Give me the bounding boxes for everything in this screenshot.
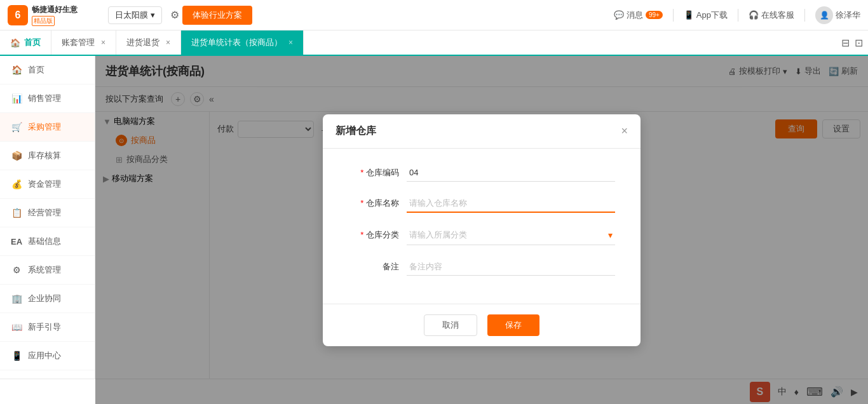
purchase-icon: 🛒	[10, 121, 23, 133]
sidebar-item-app-center[interactable]: 📱 应用中心	[0, 342, 95, 370]
modal-overlay: 新增仓库 × 仓库编码 仓库名称 仓库分类	[95, 56, 868, 404]
tab-purchase-return-label: 进货退货	[126, 37, 159, 48]
divider-1	[673, 9, 674, 22]
brand-name: 畅捷通好生意	[32, 4, 78, 15]
category-label: 仓库分类	[348, 229, 399, 241]
finance-icon: 💰	[10, 178, 23, 191]
form-row-remark: 备注	[348, 258, 615, 276]
sidebar: 🏠 首页 📊 销售管理 🛒 采购管理 📦 库存核算 💰 资金管理 📋 经营管理 …	[0, 56, 95, 404]
sidebar-guide-label: 新手引导	[28, 321, 61, 333]
app-download-tool[interactable]: 📱 App下载	[684, 10, 728, 21]
store-chevron-icon	[151, 10, 155, 20]
tab-account-close-icon[interactable]: ×	[101, 38, 105, 47]
sidebar-item-guide[interactable]: 📖 新手引导	[0, 313, 95, 342]
sidebar-operations-label: 经营管理	[28, 207, 61, 219]
sales-icon: 📊	[10, 92, 23, 105]
warehouse-category-select[interactable]: 请输入所属分类 ▾	[407, 226, 615, 245]
category-chevron-icon: ▾	[608, 230, 613, 240]
guide-icon: 📖	[10, 321, 23, 333]
inventory-icon: 📦	[10, 149, 23, 162]
sidebar-item-finance[interactable]: 💰 资金管理	[0, 170, 95, 199]
modal-footer: 取消 保存	[323, 304, 641, 346]
warehouse-code-input[interactable]	[407, 164, 615, 182]
category-placeholder: 请输入所属分类	[409, 229, 608, 241]
form-row-name: 仓库名称	[348, 194, 615, 213]
sidebar-item-enterprise[interactable]: 🏢 企业协同	[0, 285, 95, 313]
code-label: 仓库编码	[348, 167, 399, 178]
form-row-category: 仓库分类 请输入所属分类 ▾	[348, 226, 615, 245]
save-button[interactable]: 保存	[487, 314, 539, 336]
headset-icon: 🎧	[749, 10, 759, 20]
sidebar-sales-label: 销售管理	[28, 93, 61, 104]
modal-title: 新增仓库	[336, 125, 376, 138]
mobile-icon: 📱	[684, 10, 694, 20]
message-icon: 💬	[614, 10, 624, 20]
sidebar-purchase-label: 采购管理	[28, 121, 61, 133]
service-label: 在线客服	[761, 10, 794, 21]
tab-minimize-icon[interactable]: ⊟	[841, 37, 850, 49]
tab-purchase-stats[interactable]: 进货单统计表（按商品） ×	[181, 30, 304, 55]
tab-purchase-return-close-icon[interactable]: ×	[166, 38, 170, 47]
remark-label: 备注	[348, 261, 399, 273]
tab-expand-icon[interactable]: ⊡	[855, 37, 863, 49]
main-layout: 🏠 首页 📊 销售管理 🛒 采购管理 📦 库存核算 💰 资金管理 📋 经营管理 …	[0, 56, 868, 404]
modal-header: 新增仓库 ×	[323, 114, 641, 149]
cancel-button[interactable]: 取消	[424, 314, 477, 336]
sidebar-item-operations[interactable]: 📋 经营管理	[0, 199, 95, 227]
store-selector[interactable]: 日太阳膜	[108, 6, 162, 24]
tab-purchase-stats-close-icon[interactable]: ×	[288, 38, 293, 47]
sidebar-item-sales[interactable]: 📊 销售管理	[0, 84, 95, 113]
message-label: 消息	[627, 10, 643, 21]
remark-input[interactable]	[407, 258, 615, 276]
settings-icon[interactable]: ⚙	[167, 8, 182, 23]
service-tool[interactable]: 🎧 在线客服	[749, 10, 794, 21]
sidebar-home-label: 首页	[28, 64, 44, 76]
sidebar-basic-info-label: 基础信息	[28, 236, 61, 247]
tab-bar-actions: ⊟ ⊡	[836, 30, 868, 55]
sidebar-item-purchase[interactable]: 🛒 采购管理	[0, 113, 95, 142]
modal-body: 仓库编码 仓库名称 仓库分类 请输入所属分类 ▾	[323, 149, 641, 304]
sidebar-finance-label: 资金管理	[28, 178, 61, 190]
tab-bar: 🏠 首页 账套管理 × 进货退货 × 进货单统计表（按商品） × ⊟ ⊡	[0, 30, 868, 56]
tab-account-label: 账套管理	[62, 37, 95, 48]
logo-area: 6 畅捷通好生意 精品版	[8, 4, 103, 26]
name-label: 仓库名称	[348, 198, 399, 209]
sidebar-item-basic-info[interactable]: EA 基础信息	[0, 227, 95, 256]
tab-account[interactable]: 账套管理 ×	[51, 30, 116, 55]
trial-button[interactable]: 体验行业方案	[182, 6, 252, 25]
modal-close-icon[interactable]: ×	[621, 125, 628, 138]
brand-info: 畅捷通好生意 精品版	[32, 4, 78, 26]
sidebar-inventory-label: 库存核算	[28, 150, 61, 161]
basic-info-icon: EA	[10, 235, 23, 248]
sidebar-app-center-label: 应用中心	[28, 350, 61, 361]
message-tool[interactable]: 💬 消息 99+	[614, 10, 663, 21]
sidebar-system-label: 系统管理	[28, 264, 61, 276]
app-center-icon: 📱	[10, 349, 23, 362]
sidebar-item-inventory[interactable]: 📦 库存核算	[0, 142, 95, 170]
top-header: 6 畅捷通好生意 精品版 日太阳膜 ⚙ 体验行业方案 💬 消息 99+ 📱 Ap…	[0, 0, 868, 30]
message-badge: 99+	[646, 11, 663, 19]
sidebar-item-system[interactable]: ⚙ 系统管理	[0, 256, 95, 285]
user-tool[interactable]: 👤 徐泽华	[815, 6, 860, 24]
user-name: 徐泽华	[836, 10, 860, 21]
brand-badge: 精品版	[32, 16, 55, 26]
divider-3	[804, 9, 805, 22]
app-dl-label: App下载	[696, 10, 728, 21]
app-logo-icon: 6	[8, 5, 28, 25]
sidebar-item-home[interactable]: 🏠 首页	[0, 56, 95, 84]
home-icon: 🏠	[10, 38, 20, 48]
store-name: 日太阳膜	[115, 10, 148, 21]
tab-purchase-return[interactable]: 进货退货 ×	[116, 30, 181, 55]
form-row-code: 仓库编码	[348, 164, 615, 182]
enterprise-icon: 🏢	[10, 292, 23, 305]
warehouse-name-input[interactable]	[407, 194, 615, 213]
tab-purchase-stats-label: 进货单统计表（按商品）	[191, 37, 282, 48]
home-sidebar-icon: 🏠	[10, 64, 23, 76]
system-icon: ⚙	[10, 264, 23, 276]
content-area: 进货单统计(按商品) 🖨 按模板打印 ▾ ⬇ 导出 🔄 刷新 按以下方案查询	[95, 56, 868, 404]
header-tools: 💬 消息 99+ 📱 App下载 🎧 在线客服 👤 徐泽华	[614, 6, 860, 24]
new-warehouse-modal: 新增仓库 × 仓库编码 仓库名称 仓库分类	[323, 114, 641, 346]
operations-icon: 📋	[10, 206, 23, 219]
tab-home[interactable]: 🏠 首页	[0, 30, 51, 55]
user-avatar: 👤	[815, 6, 833, 24]
